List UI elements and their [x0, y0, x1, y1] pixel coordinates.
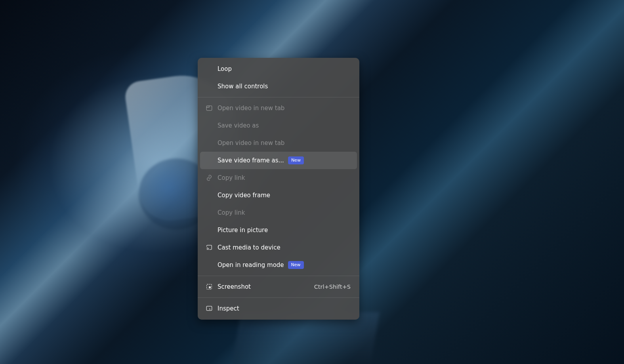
menu-item-open-reading-mode[interactable]: Open in reading mode New [200, 256, 357, 274]
menu-item-copy-video-frame[interactable]: Copy video frame [200, 187, 357, 204]
menu-item-show-all-controls[interactable]: Show all controls [200, 78, 357, 95]
menu-label: Show all controls [218, 83, 268, 90]
menu-label: Open video in new tab [218, 105, 284, 112]
new-badge: New [288, 261, 304, 269]
menu-label: Save video as [218, 122, 259, 129]
menu-label: Loop [218, 65, 232, 72]
menu-label: Cast media to device [218, 244, 281, 251]
menu-label: Save video frame as... [218, 157, 284, 164]
tab-icon [206, 105, 218, 112]
menu-item-loop[interactable]: Loop [200, 60, 357, 78]
menu-item-cast-media[interactable]: Cast media to device [200, 239, 357, 256]
menu-divider [198, 97, 359, 97]
menu-divider [198, 297, 359, 298]
menu-label: Copy link [218, 174, 245, 181]
menu-item-picture-in-picture[interactable]: Picture in picture [200, 221, 357, 239]
menu-label: Copy link [218, 209, 245, 216]
screenshot-icon [206, 283, 218, 290]
menu-item-open-video-new-tab: Open video in new tab [200, 99, 357, 117]
inspect-icon [206, 305, 218, 312]
menu-label: Copy video frame [218, 192, 270, 199]
background-shape [231, 312, 380, 364]
svg-rect-3 [209, 286, 211, 288]
menu-label: Picture in picture [218, 227, 268, 234]
menu-label: Inspect [218, 305, 239, 312]
menu-item-save-video-as: Save video as [200, 117, 357, 134]
menu-shortcut: Ctrl+Shift+S [314, 284, 351, 290]
menu-item-copy-link: Copy link [200, 169, 357, 187]
menu-label: Screenshot [218, 283, 251, 290]
menu-label: Open in reading mode [218, 261, 284, 269]
menu-item-open-video-new-tab-2: Open video in new tab [200, 134, 357, 152]
menu-divider [198, 276, 359, 276]
menu-item-copy-link-2: Copy link [200, 204, 357, 221]
link-icon [206, 174, 218, 181]
svg-point-1 [207, 250, 207, 250]
svg-rect-4 [206, 306, 212, 311]
menu-item-inspect[interactable]: Inspect [200, 300, 357, 317]
menu-item-screenshot[interactable]: Screenshot Ctrl+Shift+S [200, 278, 357, 295]
menu-label: Open video in new tab [218, 139, 284, 147]
cast-icon [206, 244, 218, 251]
new-badge: New [288, 156, 304, 164]
video-context-menu: Loop Show all controls Open video in new… [198, 58, 359, 320]
menu-item-save-video-frame-as[interactable]: Save video frame as... New [200, 152, 357, 169]
